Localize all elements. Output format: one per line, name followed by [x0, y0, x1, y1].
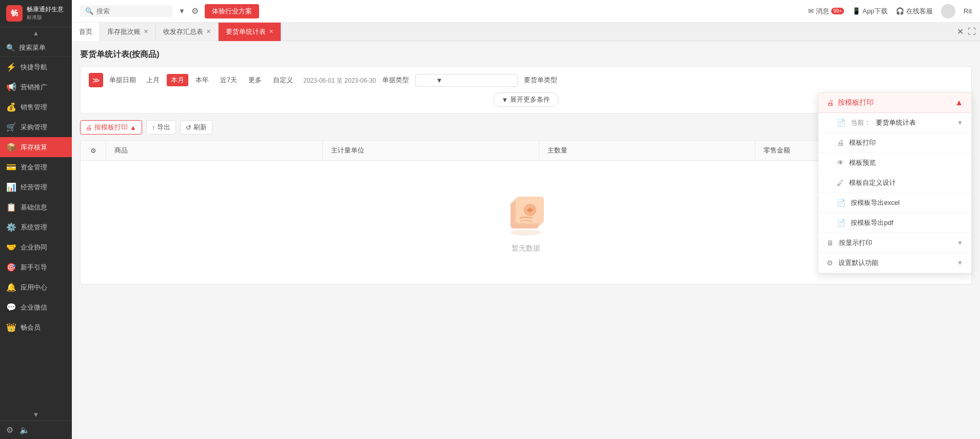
tab-requisition-label: 要货单统计表 [226, 27, 266, 36]
dropdown-item-template-preview[interactable]: 👁 模板预览 [818, 153, 971, 173]
sidebar-item-finance[interactable]: 💳 资金管理 [0, 157, 72, 177]
sidebar-item-system[interactable]: ⚙️ 系统管理 [0, 217, 72, 237]
tab-receivable-close[interactable]: ✕ [206, 28, 211, 35]
sidebar-item-purchase[interactable]: 🛒 采购管理 [0, 117, 72, 137]
dropdown-item-template-pdf[interactable]: 📄 按模板导出pdf [818, 213, 971, 233]
date-opt-more[interactable]: 更多 [244, 74, 266, 86]
dropdown-item-template-excel[interactable]: 📄 按模板导出excel [818, 193, 971, 213]
template-pdf-icon: 📄 [837, 219, 846, 227]
sales-icon: 💰 [6, 102, 16, 112]
inventory-icon: 📦 [6, 142, 16, 152]
sidebar-item-wechat[interactable]: 💬 企业微信 [0, 297, 72, 317]
print-template-icon: 🖨 [827, 99, 834, 107]
topbar-search[interactable]: 🔍 [80, 5, 172, 17]
empty-text: 暂无数据 [512, 244, 540, 253]
member-icon: 👑 [6, 322, 16, 332]
tab-expand-icon[interactable]: ⛶ [968, 27, 976, 36]
date-opt-custom[interactable]: 自定义 [269, 74, 297, 86]
dropdown-header[interactable]: 🖨 按模板打印 ▲ [818, 93, 971, 113]
export-button[interactable]: ↑ 导出 [146, 120, 177, 135]
current-item-left: 📄 当前： 要货单统计表 [837, 118, 916, 127]
tab-inventory-batch-label: 库存批次账 [107, 27, 141, 36]
system-icon: ⚙️ [6, 222, 16, 232]
topbar-dropdown-icon[interactable]: ▼ [179, 7, 185, 15]
sidebar-item-inventory[interactable]: 📦 库存核算 [0, 137, 72, 157]
sidebar-scroll-up[interactable]: ▲ [0, 27, 72, 39]
dropdown-sub-default-fn[interactable]: ⚙ 设置默认功能 ▼ [818, 253, 971, 273]
sidebar-item-sales[interactable]: 💰 销售管理 [0, 97, 72, 117]
template-print-label: 模板打印 [849, 138, 876, 147]
date-opt-7days[interactable]: 近7天 [216, 74, 241, 86]
export-label: 导出 [157, 123, 170, 132]
sidebar-item-search[interactable]: 🔍 搜索菜单 [0, 39, 72, 57]
finance-icon: 💳 [6, 162, 16, 172]
sidebar-item-app-center[interactable]: 🔔 应用中心 [0, 277, 72, 297]
search-input[interactable] [96, 7, 167, 15]
current-template-icon: 📄 [837, 119, 846, 127]
messages-item[interactable]: ✉ 消息 99+ [808, 7, 844, 16]
app-download-item[interactable]: 📱 App下载 [852, 7, 888, 16]
guide-icon: 🎯 [6, 262, 16, 272]
app-logo: 畅 畅康通好生意 标准版 [0, 0, 72, 27]
dropdown-item-template-print[interactable]: 🖨 模板打印 [818, 133, 971, 153]
tab-home[interactable]: 首页 [72, 23, 100, 41]
username-label: Rit [964, 7, 972, 15]
refresh-button[interactable]: ↺ 刷新 [180, 120, 212, 135]
print-button[interactable]: 🖨 按模板打印 ▲ [80, 120, 142, 135]
sidebar-item-guide[interactable]: 🎯 新手引导 [0, 257, 72, 277]
tabs-bar: 首页 库存批次账 ✕ 收发存汇总表 ✕ 要货单统计表 ✕ ✕ ⛶ [72, 23, 980, 41]
sidebar-bottom: ⚙ 🔈 [0, 421, 72, 439]
tab-inventory-batch-close[interactable]: ✕ [144, 28, 148, 35]
nav-label-sales: 销售管理 [21, 103, 47, 112]
print-icon: 🖨 [86, 124, 92, 131]
topbar-search-icon: 🔍 [85, 7, 93, 15]
tab-requisition-close[interactable]: ✕ [269, 28, 273, 35]
nav-label-member: 畅会员 [21, 323, 41, 332]
online-service-item[interactable]: 🎧 在线客服 [896, 7, 933, 16]
tab-requisition[interactable]: 要货单统计表 ✕ [219, 23, 281, 41]
tab-home-label: 首页 [79, 27, 92, 36]
sidebar-item-marketing[interactable]: 📢 营销推广 [0, 77, 72, 97]
audio-icon[interactable]: 🔈 [19, 425, 30, 435]
dropdown-header-left: 🖨 按模板打印 [827, 98, 874, 107]
template-preview-label: 模板预览 [849, 158, 876, 167]
sidebar-item-basic[interactable]: 📋 基础信息 [0, 197, 72, 217]
col-product: 商品 [106, 141, 323, 160]
nav-label-app-center: 应用中心 [21, 283, 47, 292]
date-opt-this-year[interactable]: 本年 [191, 74, 213, 86]
col-checkbox[interactable]: ⚙ [81, 142, 106, 160]
dropdown-sub-display-print[interactable]: 🖥 按显示打印 ▼ [818, 233, 971, 253]
logo-sub: 标准版 [27, 14, 64, 21]
sidebar-scroll-down[interactable]: ▼ [0, 409, 72, 421]
print-label: 按模板打印 [94, 123, 128, 132]
settings-icon[interactable]: ⚙ [6, 425, 13, 435]
template-pdf-label: 按模板导出pdf [851, 218, 893, 227]
expand-more-button[interactable]: ▼ 展开更多条件 [493, 92, 559, 107]
template-design-label: 模板自定义设计 [849, 178, 896, 187]
nav-label-quick: 快捷导航 [21, 63, 47, 72]
user-avatar[interactable] [941, 4, 955, 18]
tab-inventory-batch[interactable]: 库存批次账 ✕ [100, 23, 156, 41]
sidebar-item-operation[interactable]: 📊 经营管理 [0, 177, 72, 197]
trial-button[interactable]: 体验行业方案 [205, 4, 259, 18]
messages-badge: 99+ [831, 8, 844, 14]
sidebar-item-quick-nav[interactable]: ⚡ 快捷导航 [0, 57, 72, 77]
expand-arrow-button[interactable]: ≫ [89, 73, 103, 87]
dropdown-collapse-icon[interactable]: ▲ [955, 98, 963, 107]
tab-receivable[interactable]: 收发存汇总表 ✕ [156, 23, 219, 41]
dropdown-item-template-design[interactable]: 🖊 模板自定义设计 [818, 173, 971, 193]
messages-label: 消息 [816, 7, 829, 16]
date-opt-last-month[interactable]: 上月 [142, 74, 164, 86]
sidebar-item-cooperation[interactable]: 🤝 企业协同 [0, 237, 72, 257]
sidebar-item-member[interactable]: 👑 畅会员 [0, 317, 72, 337]
tab-close-all-icon[interactable]: ✕ [957, 27, 964, 36]
type-filter-select[interactable]: ▼ [415, 74, 518, 87]
display-print-arrow: ▼ [957, 239, 963, 246]
app-download-label: App下载 [863, 7, 888, 16]
search-icon: 🔍 [6, 44, 15, 52]
template-excel-label: 按模板导出excel [851, 198, 899, 207]
dropdown-current-item[interactable]: 📄 当前： 要货单统计表 ▼ [818, 113, 971, 133]
topbar-settings-icon[interactable]: ⚙ [191, 6, 199, 16]
current-value: 要货单统计表 [876, 118, 916, 127]
date-opt-this-month[interactable]: 本月 [167, 74, 188, 86]
